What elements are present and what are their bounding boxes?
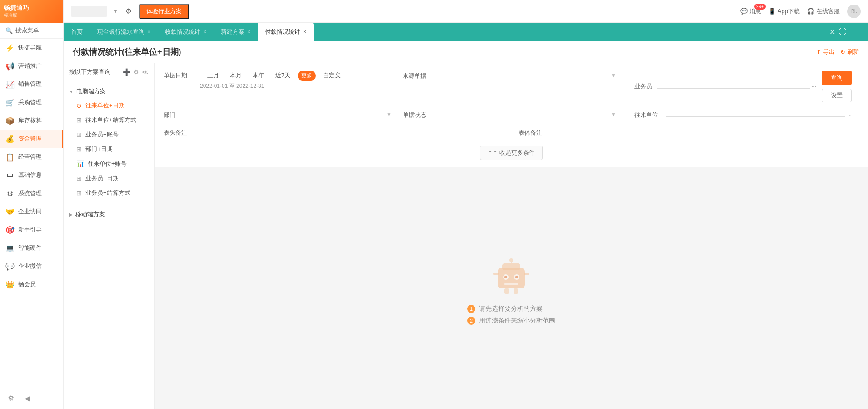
pc-group-arrow: ▼ (69, 89, 74, 94)
tab-payment-stats[interactable]: 收款情况统计 × (158, 23, 214, 41)
sidebar-item-inventory[interactable]: 📦 库存核算 (0, 111, 63, 130)
close-all-tabs-icon[interactable]: ✕ (829, 28, 835, 36)
sidebar-item-label: 企业协同 (18, 207, 42, 216)
message-icon: 💬 (740, 8, 748, 15)
sidebar-item-member[interactable]: 👑 畅会员 (0, 275, 63, 293)
tab-home[interactable]: 首页 (64, 23, 90, 41)
sidebar-item-guide[interactable]: 🎯 新手引导 (0, 221, 63, 239)
svg-point-4 (504, 276, 507, 278)
scheme-item-staff-account[interactable]: ⊞ 业务员+账号 (64, 127, 154, 142)
filter-settings-btn[interactable]: 设置 (822, 89, 852, 102)
staff-settle-icon: ⊞ (76, 189, 82, 197)
scheme-item-label: 部门+日期 (85, 145, 113, 153)
date-options: 上月 本月 本年 近7天 更多 自定义 (204, 71, 344, 81)
sidebar-nav: ⚡ 快捷导航 📢 营销推广 📈 销售管理 🛒 采购管理 📦 库存核算 💰 资金管… (0, 39, 63, 387)
sidebar-item-sales[interactable]: 📈 销售管理 (0, 75, 63, 93)
add-scheme-icon[interactable]: ➕ (123, 68, 130, 76)
status-select[interactable]: ▼ (434, 110, 620, 120)
scheme-item-dept-date[interactable]: ⊞ 部门+日期 (64, 142, 154, 157)
empty-robot-illustration (489, 252, 534, 298)
sidebar-item-quick-nav[interactable]: ⚡ 快捷导航 (0, 39, 63, 57)
scheme-item-label: 往来单位+结算方式 (85, 116, 136, 124)
sidebar-item-marketing[interactable]: 📢 营销推广 (0, 57, 63, 75)
tab-payment-stats-label: 收款情况统计 (165, 28, 200, 36)
tab-new-scheme-label: 新建方案 (221, 28, 244, 36)
capital-icon: 💰 (5, 134, 15, 143)
tab-pay-stats[interactable]: 付款情况统计 × (258, 23, 314, 41)
tab-new-scheme-close[interactable]: × (247, 29, 250, 35)
body-note-input[interactable] (550, 127, 852, 138)
topbar-user (71, 6, 107, 17)
scheme-item-label: 业务员+结算方式 (85, 189, 130, 197)
sidebar-item-wechat[interactable]: 💬 企业微信 (0, 257, 63, 275)
sidebar-item-label: 经营管理 (18, 153, 42, 161)
quick-nav-icon: ⚡ (5, 43, 15, 52)
sidebar-item-purchase[interactable]: 🛒 采购管理 (0, 93, 63, 111)
sidebar-search[interactable]: 🔍 搜索菜单 (0, 23, 63, 39)
header-note-input[interactable] (200, 127, 511, 138)
sidebar-item-system[interactable]: ⚙ 系统管理 (0, 184, 63, 202)
message-action[interactable]: 💬 消息 99+ (740, 7, 761, 15)
tab-bank-flow[interactable]: 现金银行流水查询 × (90, 23, 158, 41)
source-select[interactable]: ▼ (434, 71, 620, 81)
settings-scheme-icon[interactable]: ⚙ (133, 68, 139, 76)
sidebar-item-enterprise[interactable]: 🤝 企业协同 (0, 202, 63, 221)
maximize-icon[interactable]: ⛶ (839, 28, 846, 36)
topbar: ▼ ⚙ 体验行业方案 💬 消息 99+ 📱 App下载 🎧 在线客服 Rit (64, 0, 868, 23)
export-btn[interactable]: ⬆ 导出 (816, 48, 835, 56)
mobile-group-header[interactable]: ▶ 移动端方案 (64, 207, 154, 221)
date-btn-custom[interactable]: 自定义 (319, 71, 344, 81)
date-btn-7days[interactable]: 近7天 (272, 71, 294, 81)
topbar-gear-icon[interactable]: ⚙ (124, 5, 134, 17)
user-avatar[interactable]: Rit (847, 5, 861, 18)
collapse-sidebar-icon[interactable]: ◀ (21, 392, 34, 404)
staff-input[interactable] (657, 85, 810, 89)
tab-home-label: 首页 (71, 28, 83, 36)
sidebar-item-basic-info[interactable]: 🗂 基础信息 (0, 166, 63, 184)
date-btn-this-year[interactable]: 本年 (249, 71, 268, 81)
sidebar-header: 畅捷通巧 标准版 (0, 0, 63, 23)
settings-footer-icon[interactable]: ⚙ (5, 392, 17, 404)
page-header: 付款情况统计(往来单位+日期) ⬆ 导出 ↻ 刷新 (64, 41, 868, 63)
date-btn-last-month[interactable]: 上月 (204, 71, 223, 81)
dept-select[interactable]: ▼ (200, 110, 395, 120)
filter-panel: 单据日期 上月 本月 本年 近7天 更多 自定义 2022 (155, 63, 868, 409)
tab-payment-stats-close[interactable]: × (203, 29, 206, 35)
app-download-action[interactable]: 📱 App下载 (768, 7, 800, 15)
staff-more-dots[interactable]: ··· (812, 83, 816, 90)
collapse-up-icon: ⌃⌃ (488, 150, 498, 157)
tab-bank-flow-close[interactable]: × (147, 29, 150, 35)
status-arrow-icon: ▼ (611, 111, 616, 118)
unit-more-dots[interactable]: ··· (847, 112, 852, 118)
tab-new-scheme[interactable]: 新建方案 × (214, 23, 258, 41)
collapse-label: 收起更多条件 (499, 149, 535, 157)
topbar-dropdown-arrow[interactable]: ▼ (113, 8, 118, 15)
tab-pay-stats-close[interactable]: × (303, 29, 306, 35)
scheme-item-staff-settle[interactable]: ⊞ 业务员+结算方式 (64, 186, 154, 200)
sidebar-item-capital[interactable]: 💰 资金管理 (0, 130, 63, 148)
sidebar-item-hardware[interactable]: 💻 智能硬件 (0, 239, 63, 257)
service-action[interactable]: 🎧 在线客服 (807, 7, 840, 15)
empty-tips: 1 请先选择要分析的方案 2 用过滤条件来缩小分析范围 (467, 305, 555, 325)
collapse-panel-btn[interactable]: ≪ (142, 68, 149, 76)
query-btn[interactable]: 查询 (822, 71, 852, 85)
scheme-item-unit-settle[interactable]: ⊞ 往来单位+结算方式 (64, 113, 154, 127)
scheme-item-unit-account[interactable]: 📊 往来单位+账号 (64, 157, 154, 171)
scheme-item-label: 往来单位+账号 (88, 160, 127, 168)
sidebar-item-operations[interactable]: 📋 经营管理 (0, 148, 63, 166)
sidebar-logo: 畅捷通巧 标准版 (4, 4, 29, 19)
unit-label: 往来单位 (634, 111, 666, 119)
pc-group-header[interactable]: ▼ 电脑端方案 (64, 85, 154, 98)
date-btn-this-month[interactable]: 本月 (226, 71, 245, 81)
refresh-btn[interactable]: ↻ 刷新 (840, 48, 859, 56)
collapse-conditions-btn[interactable]: ⌃⌃ 收起更多条件 (480, 146, 543, 160)
trial-btn[interactable]: 体验行业方案 (139, 4, 189, 19)
scheme-item-staff-date[interactable]: ⊞ 业务员+日期 (64, 171, 154, 186)
pc-scheme-group: ▼ 电脑端方案 ⊙ 往来单位+日期 ⊞ 往来单位+结算方式 ⊞ 业务员+账号 (64, 81, 154, 204)
unit-input[interactable] (666, 113, 845, 117)
filter-staff-container: 业务员 ··· 查询 设置 (627, 71, 859, 102)
date-btn-more[interactable]: 更多 (298, 71, 316, 81)
staff-account-icon: ⊞ (76, 131, 82, 138)
sidebar-footer: ⚙ ◀ (0, 387, 63, 409)
scheme-item-unit-date[interactable]: ⊙ 往来单位+日期 (64, 98, 154, 113)
